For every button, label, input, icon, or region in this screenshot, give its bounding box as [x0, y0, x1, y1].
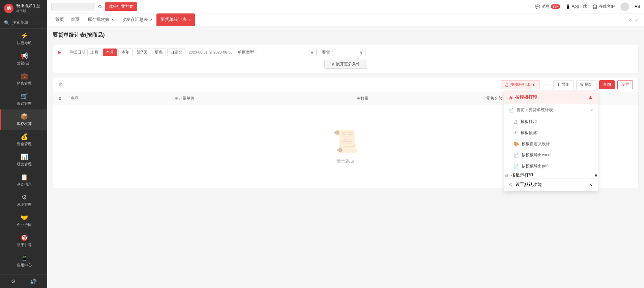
toolbar-more-icon[interactable]: ··· — [542, 81, 551, 89]
table-section: ⚙ 🖨 按模板打印 ▲ ··· ⬆ 导出 — [53, 77, 639, 188]
print-current-left: 📄 当前：要货单统计表 — [509, 107, 553, 113]
sidebar-item-inventory[interactable]: 📦 库存核算 — [0, 109, 47, 130]
print-sub-label-template-print: 模板打印 — [521, 119, 537, 125]
sidebar-search[interactable]: 🔍 搜索菜单 — [0, 17, 47, 29]
message-item[interactable]: 💬 消息 99+ — [535, 4, 560, 9]
print-default-section: ⚙ 设置默认功能 ∨ — [504, 179, 598, 191]
print-sub-icon-template-preview: 👁 — [514, 130, 518, 135]
print-sub-item-template-export-excel[interactable]: 📄 按模板导出excel — [504, 150, 598, 161]
print-current-icon: 📄 — [509, 108, 514, 113]
date-btn-custom[interactable]: 自定义 — [167, 49, 185, 56]
topbar-gear-icon[interactable]: ⚙ — [98, 4, 102, 9]
tab-home[interactable]: 首页 — [53, 13, 67, 26]
tab-inventory-batch[interactable]: 库存批次账× — [84, 13, 118, 26]
filter-expand-btn[interactable]: ▶ — [58, 50, 61, 55]
th-quantity: 主数量 — [352, 92, 482, 105]
print-current-item[interactable]: 📄 当前：要货单统计表 ∨ — [504, 104, 598, 116]
print-sub-item-template-design[interactable]: 🎨 模板自定义设计 — [504, 138, 598, 150]
print-display-header[interactable]: 🖥 按显示打印 ∨ — [504, 172, 598, 178]
expand-more-btn[interactable]: ∨ 展开更多条件 — [324, 60, 367, 69]
print-sub-icon-template-export-pdf: 📄 — [514, 164, 519, 169]
date-label: 单据日期 — [69, 50, 85, 55]
query-btn[interactable]: 查询 — [599, 80, 615, 89]
tab-home[interactable]: 首页 — [67, 13, 84, 26]
print-sub-item-template-export-pdf[interactable]: 📄 按模板导出pdf — [504, 161, 598, 172]
nav-label-finance: 资金管理 — [17, 141, 32, 147]
window-expand-icon[interactable]: ⤢ — [635, 17, 639, 23]
nav-label-system: 系统管理 — [17, 202, 32, 207]
nav-label-purchase: 采购管理 — [17, 101, 32, 106]
sidebar-item-system[interactable]: ⚙ 系统管理 — [0, 190, 47, 211]
sidebar-item-guide[interactable]: 🎯 新手引导 — [0, 231, 47, 251]
print-dropdown-close[interactable]: ▲ — [588, 94, 593, 100]
export-label: 导出 — [562, 82, 570, 88]
expand-more-icon: ∨ — [331, 62, 334, 67]
print-header-icon: 🖨 — [509, 95, 513, 100]
tab-label-inventory-batch: 库存批次账 — [88, 17, 110, 23]
refresh-btn[interactable]: ↻ 刷新 — [576, 80, 596, 89]
date-filter: 单据日期 上月本月本年近7天更多自定义 2023-06-01 至 2023-06… — [69, 49, 232, 56]
date-btn-current-month[interactable]: 本月 — [103, 49, 117, 56]
headset-icon: 🎧 — [592, 4, 597, 9]
app-download-item[interactable]: 📱 App下载 — [565, 4, 587, 9]
sidebar-item-basic[interactable]: 📋 基础信息 — [0, 170, 47, 190]
main-area: ⚙ 体验行业方案 💬 消息 99+ 📱 App下载 🎧 在线客服 Rit 首页 … — [47, 0, 644, 288]
gear-config-icon[interactable]: ⚙ — [58, 82, 63, 88]
speaker-bottom-icon[interactable]: 🔊 — [30, 278, 37, 285]
sidebar-item-app-center[interactable]: 📱 应用中心 — [0, 251, 47, 271]
date-btn-last7days[interactable]: 近7天 — [134, 49, 150, 56]
empty-icon: 📜 — [332, 129, 359, 154]
order-type-select[interactable]: ∨ — [332, 49, 366, 56]
sidebar-item-operation[interactable]: 📊 经营管理 — [0, 150, 47, 170]
trial-btn[interactable]: 体验行业方案 — [105, 2, 137, 11]
print-dropdown: 🖨 按模板打印 ▲ 📄 当前：要货单统计表 ∨ — [504, 91, 598, 191]
window-close-icon[interactable]: × — [629, 17, 632, 23]
print-sub-icon-template-print: 🖨 — [514, 119, 518, 124]
online-service-item[interactable]: 🎧 在线客服 — [592, 4, 615, 9]
th-settings[interactable]: ⚙ — [53, 92, 66, 105]
sidebar-item-sales[interactable]: 💼 销售管理 — [0, 69, 47, 89]
online-service-label: 在线客服 — [599, 4, 615, 9]
avatar[interactable] — [620, 2, 629, 11]
sidebar-item-finance[interactable]: 💰 资金管理 — [0, 130, 47, 150]
tab-label-order-stats: 要货单统计表 — [160, 17, 187, 23]
th-product: 商品 — [66, 92, 170, 105]
tab-receipt-summary[interactable]: 收发存汇总表× — [118, 13, 156, 26]
tab-close-receipt-summary[interactable]: × — [150, 18, 152, 22]
empty-text: 暂无数据 — [337, 158, 354, 164]
type-select[interactable]: ∨ — [256, 49, 317, 56]
settings-btn[interactable]: 设置 — [617, 80, 633, 89]
type-filter: 单据类型 ∨ — [238, 49, 317, 56]
sidebar-item-marketing[interactable]: 📢 营销推广 — [0, 49, 47, 69]
date-btn-prev-month[interactable]: 上月 — [87, 49, 101, 56]
date-btn-more[interactable]: 更多 — [152, 49, 166, 56]
print-sub-item-template-preview[interactable]: 👁 模板预览 — [504, 127, 598, 138]
refresh-icon: ↻ — [580, 83, 583, 87]
settings-bottom-icon[interactable]: ⚙ — [11, 278, 16, 285]
sidebar-search-label: 搜索菜单 — [12, 20, 28, 26]
sidebar-item-wechat[interactable]: 💬 企业微信 — [0, 271, 47, 275]
print-default-header[interactable]: ⚙ 设置默认功能 ∨ — [504, 179, 598, 191]
sidebar-item-collab[interactable]: 🤝 企业协同 — [0, 211, 47, 231]
order-type-label: 要货 — [322, 50, 330, 55]
print-default-label: 设置默认功能 — [516, 182, 542, 188]
nav-label-guide: 新手引导 — [17, 243, 32, 248]
tab-order-stats[interactable]: 要货单统计表× — [156, 13, 195, 26]
search-icon: 🔍 — [4, 20, 9, 25]
search-input[interactable] — [51, 3, 95, 10]
sidebar-item-purchase[interactable]: 🛒 采购管理 — [0, 89, 47, 109]
print-template-btn[interactable]: 🖨 按模板打印 ▲ — [501, 80, 539, 89]
tab-close-inventory-batch[interactable]: × — [112, 18, 114, 22]
tab-close-order-stats[interactable]: × — [189, 18, 191, 22]
print-sub-item-template-print[interactable]: 🖨 模板打印 — [504, 116, 598, 127]
export-btn[interactable]: ⬆ 导出 — [553, 80, 574, 89]
tab-label-receipt-summary: 收发存汇总表 — [122, 17, 148, 23]
date-btn-current-year[interactable]: 本年 — [118, 49, 133, 56]
nav-icon-basic: 📋 — [21, 173, 28, 181]
sidebar-item-quick-nav[interactable]: ⚡ 快捷导航 — [0, 29, 47, 49]
print-sub-label-template-export-pdf: 按模板导出pdf — [522, 163, 548, 169]
print-sub-label-template-export-excel: 按模板导出excel — [522, 152, 551, 158]
message-badge: 99+ — [551, 4, 560, 9]
print-sub-label-template-preview: 模板预览 — [521, 130, 537, 136]
print-default-left: ⚙ 设置默认功能 — [509, 182, 542, 188]
